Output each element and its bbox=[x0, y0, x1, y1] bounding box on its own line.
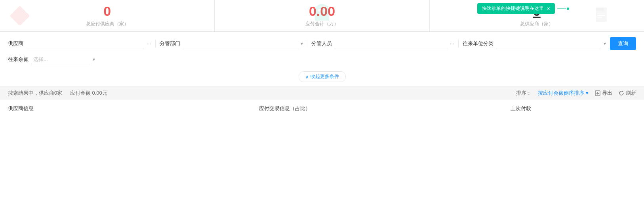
unit-category-label: 往来单位分类 bbox=[463, 40, 493, 47]
shortcut-tooltip: 快速录单的快捷键说明在这里 × bbox=[477, 3, 555, 14]
tooltip-dot bbox=[566, 7, 570, 11]
collapse-button[interactable]: ∧ 收起更多条件 bbox=[299, 71, 346, 82]
collapse-row: ∧ 收起更多条件 bbox=[8, 69, 636, 86]
stat-total-suppliers: 快速录单的快捷键说明在这里 × 0 总供应商（家） bbox=[430, 0, 644, 31]
department-chevron[interactable]: ▾ bbox=[301, 41, 303, 46]
result-text: 搜索结果中，供应商0家 bbox=[8, 90, 62, 96]
sort-label: 排序： bbox=[516, 90, 532, 97]
result-bar: 搜索结果中，供应商0家 应付金额 0.00元 排序： 按应付会额倒序排序 ▾ 导… bbox=[0, 86, 644, 100]
manager-input[interactable] bbox=[334, 39, 448, 48]
col-header-last-payment: 上次付款 bbox=[511, 105, 636, 112]
balance-select[interactable]: 选择... bbox=[31, 55, 90, 64]
table-body bbox=[0, 117, 644, 204]
filter-supplier: 供应商 ··· bbox=[8, 39, 151, 48]
export-label: 导出 bbox=[602, 90, 612, 97]
divider-2 bbox=[307, 40, 307, 48]
sort-option-text: 按应付会额倒序排序 bbox=[538, 90, 584, 96]
filter-row-1: 供应商 ··· 分管部门 ▾ 分管人员 ··· 往来单位分类 ▾ 查询 bbox=[8, 37, 636, 50]
unit-category-chevron[interactable]: ▾ bbox=[604, 41, 606, 46]
col-header-transaction: 应付交易信息（占比） bbox=[259, 105, 510, 112]
tooltip-line bbox=[557, 8, 567, 9]
refresh-icon bbox=[619, 90, 624, 96]
result-amount: 应付金额 0.00元 bbox=[70, 90, 107, 96]
divider-3 bbox=[458, 40, 459, 48]
doc-bg-icon bbox=[593, 6, 612, 26]
supplier-ellipsis[interactable]: ··· bbox=[147, 40, 151, 47]
diamond-bg-icon bbox=[10, 6, 30, 26]
filter-department: 分管部门 ▾ bbox=[160, 39, 303, 48]
tooltip-close-btn[interactable]: × bbox=[547, 6, 550, 12]
divider-1 bbox=[155, 40, 156, 48]
manager-label: 分管人员 bbox=[311, 40, 332, 47]
stat-label-payable-suppliers: 总应付供应商（家） bbox=[86, 21, 129, 27]
svg-rect-8 bbox=[596, 8, 604, 11]
refresh-button[interactable]: 刷新 bbox=[619, 90, 636, 97]
export-button[interactable]: 导出 bbox=[595, 90, 612, 97]
balance-label: 往来余额 bbox=[8, 56, 29, 63]
supplier-input[interactable] bbox=[26, 39, 144, 48]
sort-select[interactable]: 按应付会额倒序排序 ▾ bbox=[538, 90, 589, 97]
tooltip-text: 快速录单的快捷键说明在这里 bbox=[482, 5, 544, 12]
filter-unit-category: 往来单位分类 ▾ bbox=[463, 39, 606, 48]
stat-label-total-suppliers: 总供应商（家） bbox=[520, 21, 553, 27]
stat-payable-amount: 0.00 应付合计（万） bbox=[215, 0, 429, 31]
result-actions: 排序： 按应付会额倒序排序 ▾ 导出 刷新 bbox=[516, 90, 636, 97]
balance-chevron[interactable]: ▾ bbox=[93, 57, 95, 62]
department-input[interactable] bbox=[183, 39, 298, 48]
stat-number-payable-suppliers: 0 bbox=[103, 4, 111, 19]
manager-ellipsis[interactable]: ··· bbox=[450, 40, 455, 47]
result-summary: 搜索结果中，供应商0家 应付金额 0.00元 bbox=[8, 90, 107, 97]
svg-point-6 bbox=[324, 9, 326, 11]
search-button[interactable]: 查询 bbox=[610, 37, 636, 50]
unit-category-input[interactable] bbox=[496, 39, 601, 48]
table-header: 供应商信息 应付交易信息（占比） 上次付款 bbox=[0, 100, 644, 117]
filter-balance: 往来余额 选择... ▾ bbox=[8, 55, 95, 64]
stat-payable-suppliers: 0 总应付供应商（家） bbox=[0, 0, 215, 31]
refresh-label: 刷新 bbox=[626, 90, 636, 97]
collapse-icon: ∧ bbox=[305, 74, 309, 80]
filter-row-2: 往来余额 选择... ▾ bbox=[8, 55, 636, 64]
col-header-supplier: 供应商信息 bbox=[8, 105, 259, 112]
collapse-label: 收起更多条件 bbox=[311, 73, 339, 80]
filter-area: 供应商 ··· 分管部门 ▾ 分管人员 ··· 往来单位分类 ▾ 查询 bbox=[0, 32, 644, 86]
department-label: 分管部门 bbox=[160, 40, 180, 47]
export-icon bbox=[595, 90, 600, 96]
top-stats-bar: 0 总应付供应商（家） 0.00 应付合计（万） 快速录单的快捷键说明在这里 × bbox=[0, 0, 644, 32]
svg-point-5 bbox=[318, 9, 320, 11]
sort-chevron: ▾ bbox=[586, 90, 589, 96]
ghost-bg-icon bbox=[309, 2, 335, 27]
supplier-label: 供应商 bbox=[8, 40, 23, 47]
filter-manager: 分管人员 ··· bbox=[311, 39, 455, 48]
